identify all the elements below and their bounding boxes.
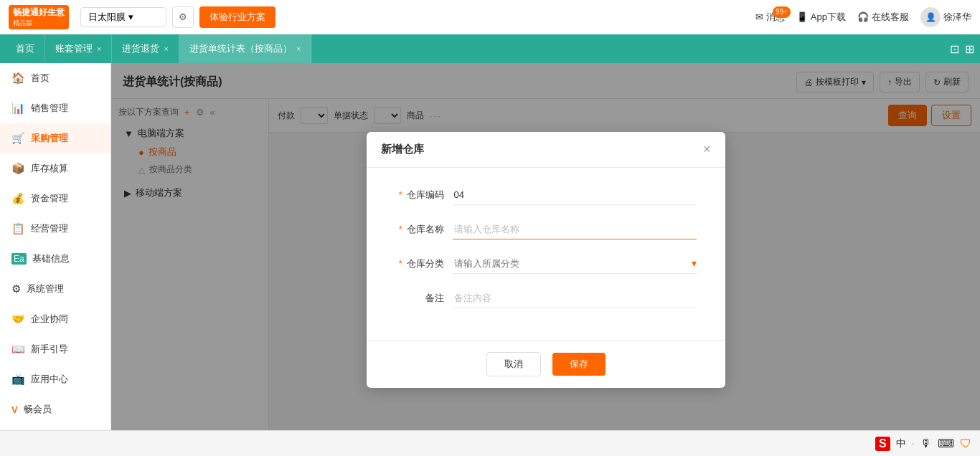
warehouse-code-input[interactable] (453, 185, 697, 205)
headset-icon: 🎧 (857, 11, 869, 22)
cancel-button[interactable]: 取消 (486, 352, 541, 376)
sidebar-vip-label: 畅会员 (24, 403, 52, 416)
chevron-down-icon: ▾ (128, 11, 133, 22)
required-star-category: * (399, 258, 402, 269)
warehouse-name-input[interactable] (453, 219, 697, 239)
sidebar-item-inventory[interactable]: 📦 库存核算 (0, 153, 110, 184)
save-button[interactable]: 保存 (552, 353, 606, 376)
sidebar-operations-label: 经营管理 (31, 222, 68, 235)
gear-button[interactable]: ⚙ (172, 6, 194, 28)
sidebar-item-app[interactable]: 📺 应用中心 (0, 364, 110, 394)
sidebar-system-label: 系统管理 (27, 282, 64, 295)
enterprise-icon: 🤝 (11, 313, 25, 326)
modal-body: * 仓库编码 * 仓库名称 (367, 168, 725, 340)
tab-home-label: 首页 (16, 42, 34, 55)
sidebar-item-home[interactable]: 🏠 首页 (0, 63, 110, 93)
form-row-code: * 仓库编码 (395, 185, 697, 205)
modal-title: 新增仓库 (381, 143, 424, 156)
sidebar-item-vip[interactable]: V 畅会员 (0, 394, 110, 424)
operations-icon: 📋 (11, 222, 25, 235)
logo-sub: 精品版 (13, 19, 65, 28)
guide-icon: 📖 (11, 343, 25, 356)
sidebar-item-sales[interactable]: 📊 销售管理 (0, 93, 110, 123)
sidebar-item-finance[interactable]: 💰 资金管理 (0, 184, 110, 214)
modal-footer: 取消 保存 (367, 340, 725, 388)
mic-icon[interactable]: 🎙 (920, 437, 932, 450)
logo-area: 畅捷通好生意 精品版 (9, 5, 69, 29)
app-icon: 📺 (11, 373, 25, 386)
sidebar-basic-info-label: 基础信息 (32, 252, 70, 265)
gear-icon: ⚙ (179, 11, 187, 22)
message-badge: 99+ (773, 6, 791, 18)
shop-name: 日太阳膜 (88, 11, 126, 24)
sidebar-home-label: 首页 (31, 72, 50, 85)
sidebar-inventory-label: 库存核算 (31, 162, 68, 175)
tab-purchase-return-label: 进货退货 (122, 42, 159, 55)
sidebar-finance-label: 资金管理 (31, 192, 68, 205)
dot-separator: · (912, 437, 915, 450)
modal-backdrop: 新增仓库 × * 仓库编码 * (111, 63, 980, 456)
required-star-name: * (399, 224, 402, 234)
mobile-icon: 📱 (796, 11, 808, 22)
avatar: 👤 (920, 7, 941, 27)
warehouse-category-input[interactable] (453, 254, 692, 273)
purchase-icon: 🛒 (11, 132, 25, 145)
warehouse-category-wrap: ▾ (453, 254, 697, 274)
inventory-icon: 📦 (11, 162, 25, 175)
sidebar: 🏠 首页 📊 销售管理 🛒 采购管理 📦 库存核算 💰 资金管理 📋 经营管理 … (0, 63, 111, 456)
user-item[interactable]: 👤 徐泽华 (920, 7, 971, 27)
main-layout: 🏠 首页 📊 销售管理 🛒 采购管理 📦 库存核算 💰 资金管理 📋 经营管理 … (0, 63, 980, 456)
online-service-item[interactable]: 🎧 在线客服 (857, 11, 909, 24)
bottom-bar: S 中 · 🎙 ⌨ 🛡 (0, 430, 980, 456)
system-icon: ⚙ (11, 282, 21, 295)
sidebar-item-guide[interactable]: 📖 新手引导 (0, 334, 110, 364)
sidebar-guide-label: 新手引导 (31, 343, 68, 356)
sidebar-item-basic-info[interactable]: Ea 基础信息 (0, 244, 110, 274)
warehouse-remark-input[interactable] (453, 288, 697, 308)
sidebar-item-system[interactable]: ⚙ 系统管理 (0, 274, 110, 304)
sidebar-item-enterprise[interactable]: 🤝 企业协同 (0, 304, 110, 334)
sidebar-item-purchase[interactable]: 🛒 采购管理 (0, 123, 110, 153)
chinese-icon[interactable]: 中 (896, 437, 906, 450)
shop-selector[interactable]: 日太阳膜 ▾ (80, 7, 166, 27)
tab-restore-icon[interactable]: ⊡ (950, 42, 959, 56)
trial-button[interactable]: 体验行业方案 (199, 6, 275, 28)
sidebar-app-label: 应用中心 (31, 373, 68, 386)
form-label-category: * 仓库分类 (395, 257, 453, 270)
online-service-label: 在线客服 (872, 11, 909, 24)
nav-tabs: 首页 账套管理 × 进货退货 × 进货单统计表（按商品） × ⊡ ⊞ (0, 34, 980, 63)
form-row-remark: 备注 (395, 288, 697, 308)
top-right: ✉ 消息 99+ 📱 App下载 🎧 在线客服 👤 徐泽华 (755, 7, 971, 27)
modal-close-button[interactable]: × (703, 142, 711, 157)
keyboard-icon[interactable]: ⌨ (938, 437, 954, 450)
sidebar-sales-label: 销售管理 (31, 102, 68, 115)
form-label-name: * 仓库名称 (395, 223, 453, 236)
messages-item[interactable]: ✉ 消息 99+ (755, 11, 785, 24)
tab-purchase-stats-label: 进货单统计表（按商品） (189, 42, 292, 55)
category-dropdown-arrow[interactable]: ▾ (692, 257, 697, 269)
tab-purchase-return-close[interactable]: × (164, 44, 168, 53)
form-label-remark: 备注 (395, 292, 453, 305)
tab-account-close[interactable]: × (97, 44, 101, 53)
form-row-name: * 仓库名称 (395, 219, 697, 239)
tab-account[interactable]: 账套管理 × (45, 34, 112, 63)
shield-icon[interactable]: 🛡 (960, 437, 971, 450)
sales-icon: 📊 (11, 102, 25, 115)
sidebar-item-operations[interactable]: 📋 经营管理 (0, 214, 110, 244)
vip-icon: V (11, 404, 18, 415)
tab-expand-icon[interactable]: ⊞ (965, 42, 974, 56)
message-icon: ✉ (755, 11, 763, 22)
user-name: 徐泽华 (943, 11, 971, 24)
content-area: 进货单统计(按商品) 🖨 按模板打印 ▾ ↑ 导出 ↻ 刷新 (111, 63, 980, 456)
tab-actions: ⊡ ⊞ (950, 42, 974, 56)
basic-info-icon: Ea (11, 253, 27, 265)
tab-purchase-return[interactable]: 进货退货 × (112, 34, 179, 63)
required-star-code: * (399, 189, 402, 200)
s-icon[interactable]: S (875, 437, 890, 451)
tab-purchase-stats[interactable]: 进货单统计表（按商品） × (179, 34, 311, 63)
tab-home[interactable]: 首页 (6, 34, 45, 63)
sidebar-enterprise-label: 企业协同 (31, 313, 68, 326)
tab-purchase-stats-close[interactable]: × (296, 44, 301, 53)
modal-header: 新增仓库 × (367, 132, 725, 168)
app-download-item[interactable]: 📱 App下载 (796, 11, 846, 24)
